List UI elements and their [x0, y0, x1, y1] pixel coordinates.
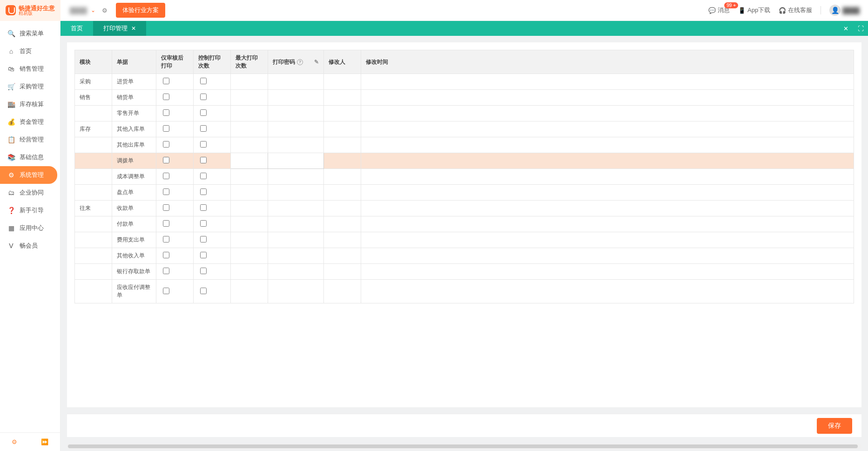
logo[interactable]: 畅捷通好生意 精易版 [0, 0, 61, 21]
cell-max-count [231, 232, 268, 248]
cell-password [268, 232, 324, 248]
audit-only-checkbox[interactable] [163, 236, 169, 242]
cell-doc: 银行存取款单 [112, 264, 156, 280]
user-name: ████ [842, 7, 860, 14]
audit-only-checkbox[interactable] [163, 141, 169, 148]
nav-base[interactable]: 📚基础信息 [0, 148, 60, 166]
cell-password [268, 185, 324, 201]
control-count-checkbox[interactable] [200, 252, 207, 258]
cell-module: 销售 [75, 90, 112, 106]
control-count-checkbox[interactable] [200, 188, 207, 195]
cell-module [75, 153, 112, 169]
company-selector[interactable]: ████ ⌄ [70, 7, 95, 14]
control-count-checkbox[interactable] [200, 157, 207, 163]
close-icon[interactable]: ✕ [131, 25, 136, 32]
user-menu[interactable]: 👤 ████ [829, 5, 860, 16]
nav-biz[interactable]: 📋经营管理 [0, 131, 60, 148]
cell-control-count [194, 137, 231, 153]
nav-vip[interactable]: V畅会员 [0, 237, 60, 255]
control-count-checkbox[interactable] [200, 268, 207, 274]
cell-max-count[interactable] [231, 153, 268, 169]
cell-module [75, 248, 112, 264]
audit-only-checkbox[interactable] [163, 157, 169, 163]
control-count-checkbox[interactable] [200, 109, 207, 116]
control-count-checkbox[interactable] [200, 141, 207, 148]
nav-funds[interactable]: 💰资金管理 [0, 113, 60, 131]
table-row: 销售销货单 [75, 90, 854, 106]
audit-only-checkbox[interactable] [163, 252, 169, 258]
audit-only-checkbox[interactable] [163, 220, 169, 227]
cell-module [75, 232, 112, 248]
tab-打印管理[interactable]: 打印管理✕ [93, 21, 146, 36]
table-row: 库存其他入库单 [75, 121, 854, 137]
tab-首页[interactable]: 首页 [61, 21, 93, 36]
cell-control-count [194, 248, 231, 264]
audit-only-checkbox[interactable] [163, 173, 169, 179]
audit-only-checkbox[interactable] [163, 268, 169, 274]
messages-button[interactable]: 💬 消息 99 + [708, 6, 730, 14]
nav-collab[interactable]: 🗂企业协同 [0, 184, 60, 202]
cell-control-count [194, 106, 231, 121]
cell-password[interactable] [268, 153, 324, 169]
th-control-count: 控制打印次数 [194, 50, 231, 74]
tabs: 首页打印管理✕ ✕ ⛶ [61, 21, 868, 36]
nav-apps[interactable]: ▦应用中心 [0, 219, 60, 237]
control-count-checkbox[interactable] [200, 94, 207, 100]
control-count-checkbox[interactable] [200, 236, 207, 242]
cell-control-count [194, 169, 231, 185]
nav-search[interactable]: 🔍搜索菜单 [0, 25, 60, 42]
horizontal-scrollbar[interactable] [67, 444, 861, 449]
collapse-icon[interactable]: ⏩ [41, 438, 48, 445]
cell-modifier [324, 137, 361, 153]
control-count-checkbox[interactable] [200, 288, 207, 294]
promo-button[interactable]: 体验行业方案 [116, 3, 165, 18]
control-count-checkbox[interactable] [200, 78, 207, 84]
audit-only-checkbox[interactable] [163, 204, 169, 211]
nav-label: 资金管理 [20, 118, 44, 126]
table-row: 成本调整单 [75, 169, 854, 185]
audit-only-checkbox[interactable] [163, 109, 169, 116]
table-row: 调拨单 [75, 153, 854, 169]
nav-system[interactable]: ⚙系统管理 [0, 166, 57, 184]
divider [821, 6, 821, 14]
cell-max-count [231, 264, 268, 280]
cell-modify-time [361, 216, 854, 232]
nav-guide[interactable]: ❓新手引导 [0, 202, 60, 219]
nav-sales[interactable]: 🛍销售管理 [0, 60, 60, 78]
nav-inventory[interactable]: 🏬库存核算 [0, 95, 60, 113]
edit-icon[interactable]: ✎ [314, 59, 319, 65]
fullscreen-icon[interactable]: ⛶ [853, 21, 868, 36]
gear-icon[interactable]: ⚙ [102, 7, 108, 14]
control-count-checkbox[interactable] [200, 173, 207, 179]
cell-max-count [231, 201, 268, 216]
footer-bar: 保存 [67, 414, 861, 437]
cell-doc: 成本调整单 [112, 169, 156, 185]
cell-password [268, 137, 324, 153]
audit-only-checkbox[interactable] [163, 94, 169, 100]
control-count-checkbox[interactable] [200, 204, 207, 211]
save-button[interactable]: 保存 [817, 418, 852, 434]
cell-doc: 付款单 [112, 216, 156, 232]
cell-max-count [231, 90, 268, 106]
table-row: 付款单 [75, 216, 854, 232]
cell-modifier [324, 121, 361, 137]
nav-vip-icon: V [7, 242, 15, 249]
settings-icon[interactable]: ⚙ [12, 438, 17, 445]
audit-only-checkbox[interactable] [163, 125, 169, 132]
online-service-button[interactable]: 🎧 在线客服 [779, 6, 812, 14]
nav-home[interactable]: ⌂首页 [0, 42, 60, 60]
cell-modifier [324, 232, 361, 248]
audit-only-checkbox[interactable] [163, 288, 169, 294]
tab-close-all-icon[interactable]: ✕ [838, 21, 853, 36]
app-download-button[interactable]: 📱 App下载 [738, 6, 770, 14]
tab-label: 打印管理 [103, 24, 128, 33]
nav-purchase[interactable]: 🛒采购管理 [0, 78, 60, 95]
control-count-checkbox[interactable] [200, 125, 207, 132]
cell-password [268, 248, 324, 264]
th-module: 模块 [75, 50, 112, 74]
help-icon[interactable]: ? [297, 59, 303, 65]
audit-only-checkbox[interactable] [163, 78, 169, 84]
control-count-checkbox[interactable] [200, 220, 207, 227]
audit-only-checkbox[interactable] [163, 188, 169, 195]
cell-audit-only [156, 153, 194, 169]
